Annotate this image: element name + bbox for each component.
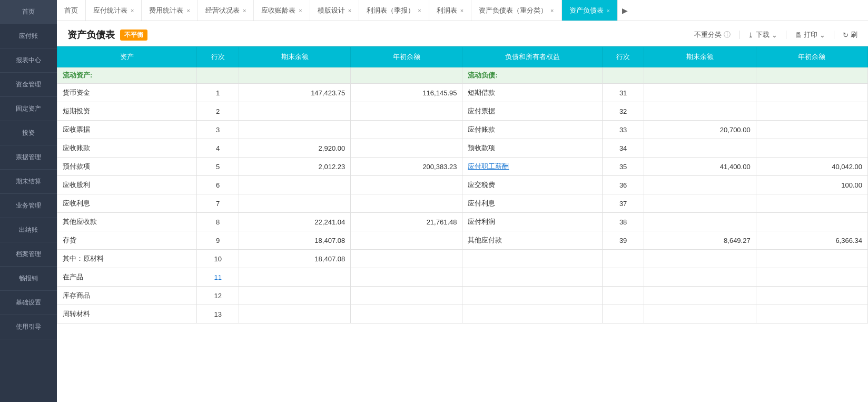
refresh-button[interactable]: ↻ 刷 [843,30,857,40]
tab-balance[interactable]: 资产负债表 × [562,0,618,21]
liability-end-1[interactable] [644,84,756,102]
liability-end-6[interactable] [644,176,756,194]
asset-begin-9[interactable] [351,231,462,250]
asset-end-11[interactable] [239,268,350,287]
tab-operation-status[interactable]: 经营状况表 × [198,0,254,21]
sidebar-item-investment[interactable]: 投资 [0,121,57,145]
tab-payable-stats-close[interactable]: × [131,7,134,14]
asset-end-12[interactable] [239,287,350,305]
tab-receivable-aging-close[interactable]: × [299,7,302,14]
liability-begin-1[interactable] [756,84,867,102]
sidebar-item-bill-management[interactable]: 票据管理 [0,145,57,170]
asset-end-2[interactable] [239,102,350,121]
asset-end-5[interactable]: 2,012.23 [239,158,350,176]
tab-expense-stats-close[interactable]: × [186,7,190,14]
asset-begin-13[interactable] [351,305,462,323]
asset-end-9[interactable]: 18,407.08 [239,231,350,250]
tab-receivable-aging[interactable]: 应收账龄表 × [254,0,310,21]
liability-name-5[interactable]: 应付职工薪酬 [462,158,602,176]
asset-name-10[interactable]: 其中：原材料 [57,250,197,268]
download-button[interactable]: ⤓ 下载 ⌄ [748,30,777,40]
tab-profit-quarterly-close[interactable]: × [418,7,421,14]
liability-name-7[interactable]: 应付利息 [462,194,602,213]
tab-scroll-right[interactable]: ▶ [618,0,632,21]
sidebar-item-period-close[interactable]: 期末结算 [0,170,57,194]
tab-balance-close[interactable]: × [607,7,610,14]
tab-template-design[interactable]: 模版设计 × [310,0,359,21]
asset-end-4[interactable]: 2,920.00 [239,139,350,158]
tab-balance-reclassified-close[interactable]: × [550,7,554,14]
sidebar-item-fixed-assets[interactable]: 固定资产 [0,97,57,121]
sidebar-item-archive[interactable]: 档案管理 [0,242,57,267]
asset-name-13[interactable]: 周转材料 [57,305,197,323]
sidebar-item-cashier[interactable]: 出纳账 [0,218,57,242]
liability-end-3[interactable]: 20,700.00 [644,121,756,139]
asset-end-10[interactable]: 18,407.08 [239,250,350,268]
asset-name-4[interactable]: 应收账款 [57,139,197,158]
tab-payable-stats[interactable]: 应付统计表 × [86,0,142,21]
sidebar-item-basic-settings[interactable]: 基础设置 [0,291,57,315]
liability-end-4[interactable] [644,139,756,158]
tab-profit-quarterly[interactable]: 利润表（季报） × [359,0,429,21]
asset-name-12[interactable]: 库存商品 [57,287,197,305]
liability-name-1[interactable]: 短期借款 [462,84,602,102]
sidebar-item-fund-management[interactable]: 资金管理 [0,73,57,97]
liability-begin-5[interactable]: 40,042.00 [756,158,867,176]
liability-end-8[interactable] [644,213,756,231]
asset-name-9[interactable]: 存货 [57,231,197,250]
asset-end-1[interactable]: 147,423.75 [239,84,350,102]
asset-end-3[interactable] [239,121,350,139]
asset-end-8[interactable]: 22,241.04 [239,213,350,231]
asset-begin-3[interactable] [351,121,462,139]
liability-end-7[interactable] [644,194,756,213]
liability-begin-4[interactable] [756,139,867,158]
asset-end-6[interactable] [239,176,350,194]
asset-name-8[interactable]: 其他应收款 [57,213,197,231]
tab-profit-close[interactable]: × [460,7,463,14]
asset-begin-8[interactable]: 21,761.48 [351,213,462,231]
asset-name-3[interactable]: 应收票据 [57,121,197,139]
print-button[interactable]: 🖶 打印 ⌄ [795,30,825,40]
liability-name-3[interactable]: 应付账款 [462,121,602,139]
asset-name-7[interactable]: 应收利息 [57,194,197,213]
liability-name-8[interactable]: 应付利润 [462,213,602,231]
asset-begin-5[interactable]: 200,383.23 [351,158,462,176]
tab-balance-reclassified[interactable]: 资产负债表（重分类） × [471,0,561,21]
tab-template-design-close[interactable]: × [348,7,351,14]
liability-begin-7[interactable] [756,194,867,213]
sidebar-item-payable[interactable]: 应付账 [0,24,57,48]
sidebar-item-home[interactable]: 首页 [0,0,57,24]
liability-begin-2[interactable] [756,102,867,121]
asset-name-6[interactable]: 应收股利 [57,176,197,194]
liability-name-9[interactable]: 其他应付款 [462,231,602,250]
asset-name-5[interactable]: 预付款项 [57,158,197,176]
asset-begin-10[interactable] [351,250,462,268]
sidebar-item-business[interactable]: 业务管理 [0,194,57,218]
asset-begin-4[interactable] [351,139,462,158]
liability-name-4[interactable]: 预收款项 [462,139,602,158]
tab-operation-status-close[interactable]: × [243,7,246,14]
sidebar-item-report-center[interactable]: 报表中心 [0,48,57,73]
liability-end-2[interactable] [644,102,756,121]
liability-end-9[interactable]: 8,649.27 [644,231,756,250]
asset-end-13[interactable] [239,305,350,323]
asset-name-11[interactable]: 在产品 [57,268,197,287]
no-reclassify-button[interactable]: 不重分类 ⓘ [694,30,731,40]
liability-name-2[interactable]: 应付票据 [462,102,602,121]
liability-begin-6[interactable]: 100.00 [756,176,867,194]
liability-end-5[interactable]: 41,400.00 [644,158,756,176]
liability-name-6[interactable]: 应交税费 [462,176,602,194]
asset-name-1[interactable]: 货币资金 [57,84,197,102]
tab-expense-stats[interactable]: 费用统计表 × [142,0,198,21]
asset-end-7[interactable] [239,194,350,213]
asset-begin-6[interactable] [351,176,462,194]
asset-begin-7[interactable] [351,194,462,213]
asset-begin-11[interactable] [351,268,462,287]
sidebar-item-expense[interactable]: 畅报销 [0,267,57,291]
asset-begin-2[interactable] [351,102,462,121]
liability-begin-8[interactable] [756,213,867,231]
liability-begin-3[interactable] [756,121,867,139]
liability-begin-9[interactable]: 6,366.34 [756,231,867,250]
tab-profit[interactable]: 利润表 × [429,0,471,21]
asset-begin-1[interactable]: 116,145.95 [351,84,462,102]
